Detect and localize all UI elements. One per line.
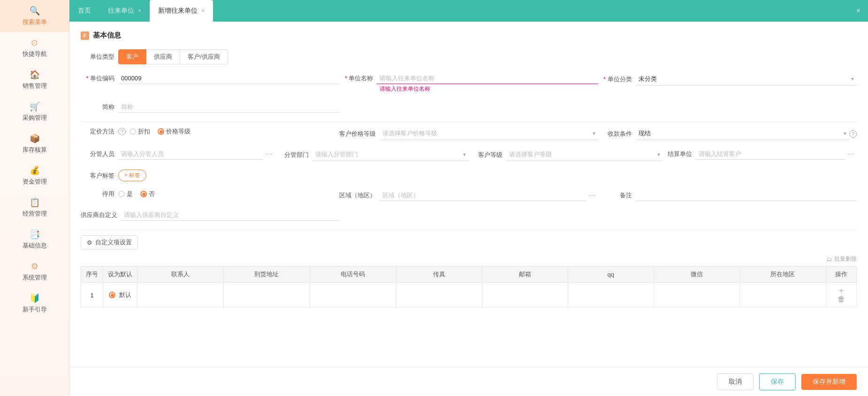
- region-table-input[interactable]: [745, 292, 821, 299]
- customer-price-level-select[interactable]: 请选择客户价格等级 ▾: [380, 127, 598, 140]
- pricing-help-icon[interactable]: ?: [118, 128, 126, 135]
- radio-price-level[interactable]: 价格等级: [158, 127, 190, 136]
- qq-input[interactable]: [573, 292, 649, 299]
- phone-input[interactable]: [315, 292, 391, 299]
- payment-terms-help-icon[interactable]: ?: [849, 130, 857, 138]
- department-placeholder: 请输入分管部门: [315, 150, 358, 159]
- row-region[interactable]: [739, 283, 826, 308]
- wechat-input[interactable]: [659, 292, 735, 299]
- sidebar-item-operations[interactable]: 📋 经营管理: [0, 192, 69, 224]
- add-tag-button[interactable]: + 标签: [118, 170, 146, 181]
- tab-new-partner-label: 新增往来单位: [158, 7, 198, 15]
- col-phone: 电话号码: [310, 266, 396, 283]
- row-default-radio[interactable]: 默认: [108, 291, 132, 299]
- supplier-custom-row: 供应商自定义: [81, 210, 857, 221]
- tab-partners-close[interactable]: ×: [138, 8, 141, 14]
- sidebar-item-label: 库存核算: [23, 146, 47, 154]
- customer-level-select[interactable]: 请选择客户等级 ▾: [506, 148, 663, 161]
- radio-no[interactable]: 否: [140, 190, 155, 198]
- sidebar-item-guide[interactable]: 🔰 新手引导: [0, 287, 69, 319]
- row-wechat[interactable]: [654, 283, 739, 308]
- section-icon: F: [81, 31, 89, 40]
- radio-price-level-label: 价格等级: [166, 127, 190, 136]
- sidebar-item-quick-nav[interactable]: ⊙ 快捷导航: [0, 32, 69, 64]
- sidebar-item-purchase[interactable]: 🛒 采购管理: [0, 96, 69, 128]
- department-select[interactable]: 请输入分管部门 ▾: [312, 148, 469, 161]
- batch-delete-label[interactable]: 批量删除: [834, 255, 857, 263]
- divider1: [81, 121, 857, 122]
- settlement-unit-more-btn[interactable]: ···: [845, 150, 857, 158]
- supplier-custom-input[interactable]: [121, 210, 339, 221]
- abbr-input[interactable]: [118, 101, 339, 113]
- cancel-button[interactable]: 取消: [717, 373, 754, 390]
- manager-more-btn[interactable]: ···: [263, 150, 274, 158]
- search-icon: 🔍: [30, 6, 40, 16]
- save-button[interactable]: 保存: [759, 373, 796, 390]
- payment-terms-label: 收款条件: [598, 130, 636, 138]
- row-contact[interactable]: [137, 283, 224, 308]
- remark-input[interactable]: [636, 190, 857, 201]
- tab-new-partner[interactable]: 新增往来单位 ×: [150, 0, 213, 22]
- unit-name-input[interactable]: [377, 73, 598, 84]
- sidebar-item-inventory[interactable]: 📦 库存核算: [0, 128, 69, 160]
- sidebar-item-system[interactable]: ⚙ 系统管理: [0, 256, 69, 287]
- close-all-tabs[interactable]: ×: [849, 7, 868, 15]
- row-email[interactable]: [482, 283, 568, 308]
- add-row-button[interactable]: +: [837, 287, 845, 295]
- unit-type-group: 客户 供应商 客户/供应商: [118, 49, 228, 64]
- unit-type-customer[interactable]: 客户: [118, 49, 146, 64]
- region-more-btn[interactable]: ···: [586, 191, 598, 200]
- settlement-unit-input[interactable]: [696, 148, 845, 160]
- table-header: 序号 设为默认 联系人 到货地址 电话号码 传真 邮箱 qq 微信 所在地区 操…: [81, 266, 857, 283]
- custom-settings-button[interactable]: ⚙ 自定义项设置: [81, 235, 138, 249]
- unit-type-both[interactable]: 客户/供应商: [180, 49, 228, 64]
- payment-terms-field: 收款条件 现结 ▾ ?: [598, 127, 857, 140]
- unit-category-label: 单位分类: [598, 75, 636, 84]
- col-default: 设为默认: [103, 266, 137, 283]
- delete-row-button[interactable]: 🗑: [836, 295, 847, 303]
- system-icon: ⚙: [30, 261, 40, 272]
- radio-yes[interactable]: 是: [118, 190, 133, 198]
- sidebar-item-finance[interactable]: 💰 资金管理: [0, 160, 69, 192]
- customer-level-label: 客户等级: [469, 151, 506, 159]
- tab-home[interactable]: 首页: [69, 0, 99, 22]
- unit-code-input[interactable]: [118, 73, 339, 84]
- radio-price-level-circle: [158, 128, 164, 135]
- save-new-button[interactable]: 保存并新增: [801, 374, 857, 390]
- unit-category-field: 单位分类 未分类 ▾: [598, 73, 857, 85]
- address-input[interactable]: [228, 292, 305, 299]
- sidebar-item-sales[interactable]: 🏠 销售管理: [0, 64, 69, 96]
- tab-partners[interactable]: 往来单位 ×: [99, 0, 150, 22]
- row-phone[interactable]: [310, 283, 396, 308]
- unit-type-field: 单位类型 客户 供应商 客户/供应商: [81, 49, 857, 64]
- code-name-row: 单位编码 单位名称 请输入往来单位名称 单位分类 未分类 ▾: [81, 73, 857, 93]
- sidebar-item-search[interactable]: 🔍 搜索菜单: [0, 0, 69, 32]
- radio-discount-label: 折扣: [138, 127, 150, 136]
- row-address[interactable]: [223, 283, 310, 308]
- sidebar-item-label: 基础信息: [23, 241, 47, 250]
- col-region: 所在地区: [739, 266, 826, 283]
- unit-category-select[interactable]: 未分类 ▾: [636, 73, 857, 85]
- unit-type-supplier[interactable]: 供应商: [146, 49, 180, 64]
- radio-discount[interactable]: 折扣: [129, 127, 150, 136]
- manager-row: 分管人员 ··· 分管部门 请输入分管部门 ▾ 客户等级 请选择客户等级 ▾ 结…: [81, 148, 857, 161]
- divider2: [81, 229, 857, 230]
- manager-input[interactable]: [118, 148, 263, 160]
- tab-new-partner-close[interactable]: ×: [201, 8, 205, 14]
- email-input[interactable]: [487, 292, 563, 299]
- sidebar-item-label: 快捷导航: [23, 50, 47, 58]
- row-qq[interactable]: [568, 283, 654, 308]
- fax-input[interactable]: [401, 292, 477, 299]
- sidebar-item-basic-info[interactable]: 📑 基础信息: [0, 224, 69, 256]
- row-fax[interactable]: [396, 283, 482, 308]
- sidebar-item-label: 销售管理: [23, 82, 47, 90]
- sidebar-item-label: 采购管理: [23, 114, 47, 122]
- customer-level-placeholder: 请选择客户等级: [509, 150, 552, 159]
- tab-home-label: 首页: [78, 7, 91, 15]
- supplier-custom-label: 供应商自定义: [81, 211, 121, 219]
- department-arrow: ▾: [463, 151, 466, 158]
- section-header: F 基本信息: [81, 31, 857, 40]
- contact-input[interactable]: [142, 292, 219, 299]
- region-input[interactable]: [380, 190, 586, 201]
- payment-terms-select[interactable]: 现结 ▾: [636, 127, 849, 140]
